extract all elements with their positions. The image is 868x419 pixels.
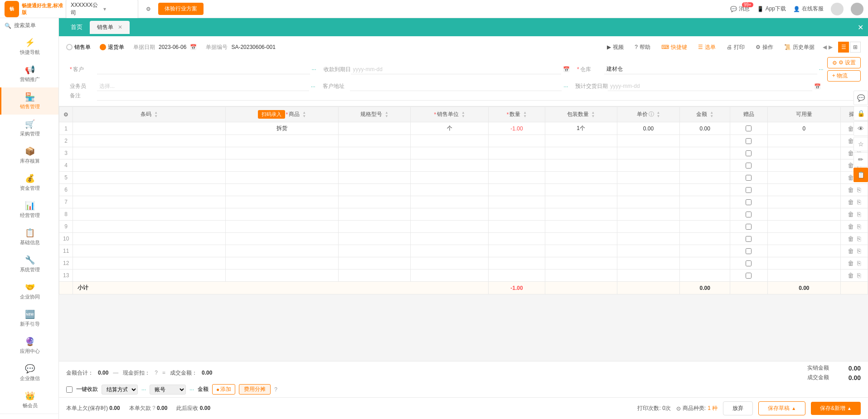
row-pkg-qty-2[interactable] [545, 135, 617, 147]
row-barcode-7[interactable] [73, 196, 226, 208]
sidebar-item-wechat[interactable]: 💬 企业微信 [0, 359, 58, 386]
row-delete-icon-12[interactable]: 🗑 [848, 260, 854, 267]
payment-method-select[interactable]: 结算方式 [102, 385, 138, 395]
row-amount-7[interactable] [680, 196, 730, 208]
row-unit-1[interactable]: 个 [410, 122, 488, 135]
row-delete-icon-13[interactable]: 🗑 [848, 272, 854, 279]
float-action-btn[interactable]: 📋 [853, 168, 868, 182]
row-pkg-qty-3[interactable] [545, 147, 617, 159]
row-qty-12[interactable] [489, 257, 545, 270]
radio-sales[interactable]: 销售单 [66, 43, 91, 51]
row-pkg-qty-6[interactable] [545, 184, 617, 196]
due-date-calendar-icon[interactable]: 📅 [563, 66, 570, 72]
th-gear[interactable]: ⚙ [59, 107, 73, 122]
row-barcode-8[interactable] [73, 208, 226, 221]
row-copy-icon-6[interactable]: ⎘ [857, 186, 861, 193]
toolbar-print[interactable]: 🖨 打印 [724, 42, 747, 53]
expected-date-calendar-icon[interactable]: 📅 [814, 83, 821, 90]
row-qty-10[interactable] [489, 233, 545, 245]
row-amount-5[interactable] [680, 172, 730, 184]
row-pkg-qty-11[interactable] [545, 245, 617, 257]
toolbar-video[interactable]: ▶ 视频 [604, 42, 626, 53]
sidebar-item-sales[interactable]: 🏪 销售管理 [0, 87, 58, 115]
logistics-action-btn[interactable]: + 物流 [827, 70, 861, 82]
row-product-2[interactable] [225, 135, 338, 147]
row-delete-icon-1[interactable]: 🗑 [848, 125, 854, 132]
row-product-5[interactable] [225, 172, 338, 184]
due-date-input[interactable] [351, 65, 562, 74]
app-download-btn[interactable]: 📱 App下载 [757, 5, 786, 13]
row-gift-5[interactable] [730, 172, 768, 184]
row-unit-7[interactable] [410, 196, 488, 208]
row-spec-9[interactable] [338, 221, 410, 233]
tab-close-btn[interactable]: ✕ [118, 24, 122, 30]
sidebar-item-marketing[interactable]: 📢 营销推广 [0, 60, 58, 87]
row-barcode-5[interactable] [73, 172, 226, 184]
row-amount-12[interactable] [680, 257, 730, 270]
row-unit-8[interactable] [410, 208, 488, 221]
calendar-icon[interactable]: 📅 [190, 44, 197, 50]
fee-btn[interactable]: 费用分摊 [239, 384, 271, 395]
save-draft-btn[interactable]: 保存草稿 ▲ [758, 401, 805, 415]
row-barcode-3[interactable] [73, 147, 226, 159]
row-amount-1[interactable]: 0.00 [680, 122, 730, 135]
float-star-btn[interactable]: ☆ [853, 137, 868, 151]
tab-bar-close[interactable]: ✕ [858, 23, 863, 32]
settings-action-btn[interactable]: ⚙ ⚙ 设置 [827, 57, 861, 68]
row-qty-1[interactable]: -1.00 [489, 122, 545, 135]
float-edit-btn[interactable]: ✏ [853, 152, 868, 167]
toolbar-select[interactable]: ☰ 选单 [695, 42, 718, 53]
discard-btn[interactable]: 放弃 [723, 401, 753, 415]
row-amount-3[interactable] [680, 147, 730, 159]
row-pkg-qty-1[interactable]: 1个 [545, 122, 617, 135]
row-copy-icon-9[interactable]: ⎘ [857, 223, 861, 230]
sidebar-item-finance[interactable]: 💰 资金管理 [0, 169, 58, 196]
row-amount-9[interactable] [680, 221, 730, 233]
row-spec-3[interactable] [338, 147, 410, 159]
row-spec-6[interactable] [338, 184, 410, 196]
row-gift-1[interactable] [730, 122, 768, 135]
row-amount-10[interactable] [680, 233, 730, 245]
row-pkg-qty-5[interactable] [545, 172, 617, 184]
row-product-4[interactable] [225, 159, 338, 172]
sidebar-item-guide[interactable]: 🆕 新手引导 [0, 305, 58, 332]
row-copy-icon-13[interactable]: ⎘ [857, 272, 861, 279]
fee-help-icon[interactable]: ? [274, 386, 277, 393]
row-product-6[interactable] [225, 184, 338, 196]
tab-home[interactable]: 首页 [63, 20, 90, 34]
sidebar-item-apps[interactable]: 🔮 应用中心 [0, 332, 58, 359]
customer-addr-input[interactable] [350, 82, 562, 91]
row-copy-icon-7[interactable]: ⎘ [857, 198, 861, 206]
toolbar-help[interactable]: ? 帮助 [632, 42, 653, 53]
row-pkg-qty-12[interactable] [545, 257, 617, 270]
product-kind[interactable]: ⊙ 商品种类: 1 种 [676, 405, 718, 412]
sidebar-search[interactable]: 🔍 搜索菜单 [0, 18, 58, 33]
row-qty-8[interactable] [489, 208, 545, 221]
row-product-3[interactable] [225, 147, 338, 159]
remark-input[interactable] [97, 91, 857, 101]
row-copy-icon-10[interactable]: ⎘ [857, 235, 861, 242]
row-unit-price-9[interactable] [617, 221, 680, 233]
add-payment-btn[interactable]: ● 添加 [212, 384, 235, 395]
row-barcode-9[interactable] [73, 221, 226, 233]
row-product-12[interactable] [225, 257, 338, 270]
row-spec-4[interactable] [338, 159, 410, 172]
customer-input[interactable] [97, 65, 310, 74]
row-unit-9[interactable] [410, 221, 488, 233]
row-delete-icon-2[interactable]: 🗑 [848, 137, 854, 144]
toolbar-operations[interactable]: ⚙ 操作 [753, 42, 776, 53]
sidebar-item-purchase[interactable]: 🛒 采购管理 [0, 115, 58, 142]
layout-list-btn[interactable]: ☰ [838, 42, 849, 53]
row-qty-11[interactable] [489, 245, 545, 257]
account-dots[interactable]: ··· [189, 386, 194, 393]
row-unit-price-4[interactable] [617, 159, 680, 172]
radio-return[interactable]: 退货单 [100, 43, 124, 51]
row-product-8[interactable] [225, 208, 338, 221]
row-unit-price-2[interactable] [617, 135, 680, 147]
row-gift-8[interactable] [730, 208, 768, 221]
row-barcode-4[interactable] [73, 159, 226, 172]
row-amount-11[interactable] [680, 245, 730, 257]
row-unit-price-13[interactable] [617, 270, 680, 282]
row-unit-12[interactable] [410, 257, 488, 270]
expected-date-input[interactable] [608, 82, 812, 91]
